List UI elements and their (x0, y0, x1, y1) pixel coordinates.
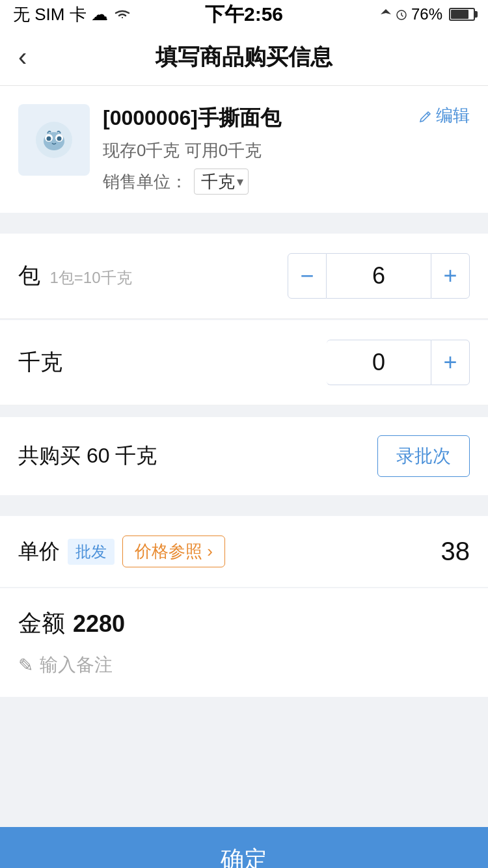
unit-select[interactable]: 千克 (194, 169, 249, 195)
kg-label: 千克 (18, 347, 62, 377)
batch-button[interactable]: 录批次 (377, 435, 470, 477)
product-name: [0000006]手撕面包 (103, 104, 281, 133)
bao-plus-button[interactable]: + (431, 253, 470, 299)
product-unit-row: 销售单位： 千克 (103, 169, 470, 195)
sim-status: 无 SIM 卡 ☁ (13, 3, 108, 26)
edit-icon (419, 109, 433, 123)
bao-controls: − + (288, 253, 470, 299)
product-logo (34, 120, 74, 159)
status-time: 下午2:56 (205, 1, 283, 28)
product-header: [0000006]手撕面包 编辑 (103, 104, 470, 139)
kg-quantity-row: 千克 + (0, 320, 488, 405)
amount-row: 金额 2280 (18, 608, 470, 640)
main-content: [0000006]手撕面包 编辑 现存0千克 可用0千克 销售单位： 千克 (0, 86, 488, 827)
product-card: [0000006]手撕面包 编辑 现存0千克 可用0千克 销售单位： 千克 (0, 86, 488, 213)
product-thumbnail (18, 104, 90, 176)
total-row: 共购买 60 千克 录批次 (0, 417, 488, 495)
svg-point-5 (47, 137, 51, 141)
page-title: 填写商品购买信息 (156, 42, 332, 72)
bottom-space (0, 697, 488, 827)
confirm-button[interactable]: 确定 (0, 827, 488, 868)
separator-2 (0, 407, 488, 417)
product-info: [0000006]手撕面包 编辑 现存0千克 可用0千克 销售单位： 千克 (103, 104, 470, 195)
battery-icon (449, 8, 475, 21)
price-tag: 批发 (68, 539, 115, 565)
kg-controls: + (327, 340, 470, 385)
bao-label: 包 (18, 263, 40, 288)
location-icon (380, 8, 392, 20)
total-text: 共购买 60 千克 (18, 442, 157, 470)
bao-input[interactable] (327, 253, 431, 299)
product-stock: 现存0千克 可用0千克 (103, 139, 470, 162)
back-button[interactable]: ‹ (18, 42, 27, 72)
price-label: 单价 (18, 537, 60, 566)
nav-bar: ‹ 填写商品购买信息 (0, 29, 488, 86)
status-bar: 无 SIM 卡 ☁ 下午2:56 76% (0, 0, 488, 29)
kg-plus-button[interactable]: + (431, 340, 470, 385)
status-right: 76% (380, 5, 475, 23)
kg-input[interactable] (327, 340, 431, 385)
svg-point-6 (57, 137, 62, 141)
price-section: 单价 批发 价格参照 › 38 (0, 516, 488, 587)
separator-3 (0, 506, 488, 516)
note-row[interactable]: ✎ 输入备注 (18, 653, 470, 677)
battery-percent: 76% (411, 5, 442, 23)
edit-label: 编辑 (436, 104, 470, 127)
bao-quantity-row: 包 1包=10千克 − + (0, 234, 488, 319)
price-value: 38 (441, 537, 470, 566)
amount-section: 金额 2280 ✎ 输入备注 (0, 588, 488, 697)
unit-select-wrapper[interactable]: 千克 (194, 169, 249, 195)
alarm-icon (396, 8, 407, 20)
note-icon: ✎ (18, 655, 33, 676)
unit-label: 销售单位： (103, 170, 187, 193)
bao-hint: 1包=10千克 (49, 269, 131, 286)
price-ref-button[interactable]: 价格参照 › (122, 536, 225, 567)
bao-minus-button[interactable]: − (288, 253, 327, 299)
bao-label-group: 包 1包=10千克 (18, 261, 132, 291)
status-left: 无 SIM 卡 ☁ (13, 3, 131, 26)
amount-label: 金额 (18, 608, 65, 640)
amount-value: 2280 (73, 610, 125, 638)
wifi-icon (113, 8, 131, 21)
note-placeholder[interactable]: 输入备注 (40, 653, 113, 677)
price-left: 单价 批发 价格参照 › (18, 536, 225, 567)
edit-button[interactable]: 编辑 (419, 104, 470, 127)
separator-1 (0, 223, 488, 234)
